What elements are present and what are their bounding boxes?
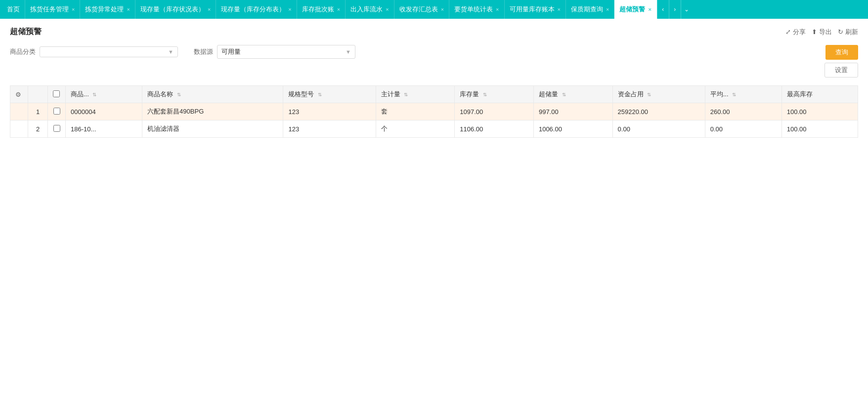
row-setting-1 [10,120,28,138]
row-seq-1: 2 [28,120,48,138]
filter-action-buttons: 查询 设置 [825,45,858,78]
row-checkbox-0[interactable] [53,108,60,115]
close-tab-collect-summary[interactable]: × [441,6,444,12]
settings-button[interactable]: 设置 [825,63,858,78]
product-category-chevron: ▼ [168,49,174,55]
sort-icon-avg: ⇅ [732,92,736,97]
row-seq-0: 1 [28,103,48,120]
close-tab-pick-task[interactable]: × [72,6,75,12]
row-product-code-0: 0000004 [66,103,142,120]
tab-pick-task[interactable]: 拣货任务管理 × [25,0,80,19]
row-check-0 [48,103,66,120]
row-stock-1: 1106.00 [455,120,534,138]
close-tab-stock-dist[interactable]: × [288,6,291,12]
page-title: 超储预警 [10,27,42,37]
tab-available-stock[interactable]: 可用量库存账本 × [505,0,566,19]
col-header-product-code[interactable]: 商品... ⇅ [66,86,142,103]
row-unit-1: 个 [376,120,455,138]
data-source-label: 数据源 [194,47,213,56]
product-category-select[interactable]: ▼ [40,46,178,57]
col-header-check [48,86,66,103]
product-category-filter: 商品分类 ▼ [10,46,178,57]
sort-icon-over-stock: ⇅ [562,92,566,97]
tab-collect-summary[interactable]: 收发存汇总表 × [394,0,449,19]
product-category-label: 商品分类 [10,47,36,56]
tab-batch-account[interactable]: 库存批次账 × [297,0,346,19]
tab-quality-period[interactable]: 保质期查询 × [566,0,614,19]
row-spec-0: 123 [283,103,376,120]
sort-icon-spec: ⇅ [318,92,322,97]
refresh-icon: ↻ [838,28,843,36]
tab-in-out-flow[interactable]: 出入库流水 × [346,0,394,19]
nav-arrow-right[interactable]: › [669,0,681,19]
export-icon: ⬆ [812,28,817,36]
header-actions: ⤢ 分享 ⬆ 导出 ↻ 刷新 [785,28,858,37]
row-avg-0: 260.00 [705,103,781,120]
col-header-capital-use[interactable]: 资金占用 ⇅ [612,86,705,103]
row-over-stock-1: 1006.00 [533,120,612,138]
row-unit-0: 套 [376,103,455,120]
col-header-over-stock[interactable]: 超储量 ⇅ [533,86,612,103]
sort-icon-product-code: ⇅ [92,92,96,97]
col-header-product-name[interactable]: 商品名称 ⇅ [142,86,283,103]
row-product-name-0: 六配套新昌490BPG [142,103,283,120]
data-source-select[interactable]: 可用量 ▼ [217,45,355,59]
row-setting-0 [10,103,28,120]
sort-icon-capital-use: ⇅ [647,92,651,97]
nav-arrow-down[interactable]: ⌄ [681,0,693,19]
sort-icon-product-name: ⇅ [177,92,181,97]
data-source-chevron: ▼ [346,49,351,55]
col-header-stock[interactable]: 库存量 ⇅ [455,86,534,103]
tab-stock-status[interactable]: 现存量（库存状况表） × [135,0,216,19]
row-product-name-1: 机油滤清器 [142,120,283,138]
table-header-row: ⚙ 商品... ⇅ 商品名称 ⇅ 规格型号 ⇅ [10,86,858,103]
tab-order-stat[interactable]: 要货单统计表 × [449,0,504,19]
nav-arrow-left[interactable]: ‹ [657,0,669,19]
close-tab-in-out-flow[interactable]: × [386,6,389,12]
query-button[interactable]: 查询 [825,45,858,60]
top-navigation: 首页 拣货任务管理 × 拣货异常处理 × 现存量（库存状况表） × 现存量（库存… [0,0,868,19]
filter-section: 商品分类 ▼ 数据源 可用量 ▼ 查询 设置 [10,45,858,78]
row-max-stock-0: 100.00 [781,103,858,120]
sort-icon-stock: ⇅ [483,92,487,97]
close-tab-order-stat[interactable]: × [496,6,499,12]
tab-pick-exception[interactable]: 拣货异常处理 × [80,0,135,19]
row-spec-1: 123 [283,120,376,138]
close-tab-stock-status[interactable]: × [208,6,211,12]
sort-icon-unit: ⇅ [404,92,408,97]
refresh-button[interactable]: ↻ 刷新 [838,28,858,37]
col-header-seq [28,86,48,103]
close-tab-quality-period[interactable]: × [606,6,609,12]
page-header: 超储预警 ⤢ 分享 ⬆ 导出 ↻ 刷新 [10,27,858,37]
gear-icon[interactable]: ⚙ [15,91,21,98]
select-all-checkbox[interactable] [53,90,60,97]
close-tab-batch-account[interactable]: × [337,6,340,12]
data-source-filter: 数据源 可用量 ▼ [194,45,355,59]
row-product-code-1: 186-10... [66,120,142,138]
close-tab-overstock-warning[interactable]: × [648,6,651,12]
col-header-setting: ⚙ [10,86,28,103]
col-header-spec[interactable]: 规格型号 ⇅ [283,86,376,103]
row-max-stock-1: 100.00 [781,120,858,138]
share-icon: ⤢ [785,28,791,36]
table-body: 1 0000004 六配套新昌490BPG 123 套 1097.00 997.… [10,103,858,138]
col-header-max-stock[interactable]: 最高库存 [781,86,858,103]
data-source-value: 可用量 [221,47,241,56]
tab-stock-dist[interactable]: 现存量（库存分布表） × [216,0,297,19]
row-over-stock-0: 997.00 [533,103,612,120]
col-header-avg[interactable]: 平均... ⇅ [705,86,781,103]
col-header-unit[interactable]: 主计量 ⇅ [376,86,455,103]
export-button[interactable]: ⬆ 导出 [812,28,832,37]
row-checkbox-1[interactable] [53,125,60,132]
tab-overstock-warning[interactable]: 超储预警 × [614,0,656,19]
tab-home[interactable]: 首页 [2,0,25,19]
row-stock-0: 1097.00 [455,103,534,120]
close-tab-pick-exception[interactable]: × [127,6,130,12]
table-row: 1 0000004 六配套新昌490BPG 123 套 1097.00 997.… [10,103,858,120]
row-check-1 [48,120,66,138]
data-table: ⚙ 商品... ⇅ 商品名称 ⇅ 规格型号 ⇅ [10,85,858,138]
share-button[interactable]: ⤢ 分享 [785,28,806,37]
close-tab-available-stock[interactable]: × [558,6,561,12]
row-avg-1: 0.00 [705,120,781,138]
row-capital-use-1: 0.00 [612,120,705,138]
